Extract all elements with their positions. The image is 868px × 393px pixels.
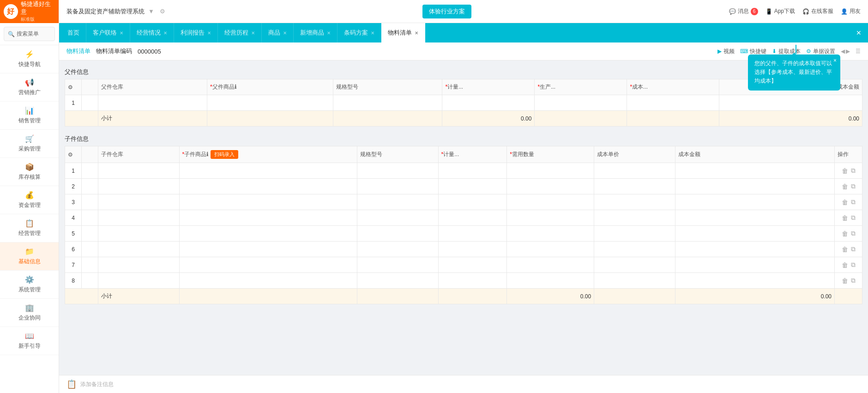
child-cell-warehouse-1[interactable] [98,163,180,179]
copy-icon-1[interactable]: ⧉ [851,167,856,175]
child-cell-qty-1[interactable] [507,163,594,179]
child-cell-spec-6[interactable] [357,242,439,257]
parent-cell-produce[interactable] [535,95,627,111]
copy-icon-8[interactable]: ⧉ [851,277,856,284]
child-cell-spec-4[interactable] [357,210,439,226]
tab-close-4[interactable]: ✕ [251,30,255,36]
tab-close-1[interactable]: ✕ [120,30,123,36]
search-menu-button[interactable]: 🔍 搜索菜单 [4,27,55,41]
sidebar-item-basic-info[interactable]: 📁 基础信息 [0,242,59,271]
user-button[interactable]: 👤 用友 [841,7,861,15]
child-cell-spec-8[interactable] [357,273,439,289]
child-cell-unit-6[interactable] [438,242,507,257]
message-button[interactable]: 💬 消息 6 [729,7,758,15]
child-cell-unit-3[interactable] [438,194,507,210]
child-cell-spec-3[interactable] [357,194,439,210]
child-cell-product-3[interactable] [179,194,357,210]
child-cell-price-8[interactable] [594,273,675,289]
child-cell-unit-1[interactable] [438,163,507,179]
sidebar-item-system[interactable]: ⚙️ 系统管理 [0,271,59,299]
scan-input-button[interactable]: 扫码录入 [211,150,238,159]
nav-tab-8[interactable]: 物料清单✕ [381,23,425,42]
parent-cell-unit[interactable] [442,95,535,111]
sidebar-item-marketing[interactable]: 📢 营销推广 [0,73,59,102]
sidebar-item-guide[interactable]: 📖 新手引导 [0,327,59,355]
child-cell-warehouse-6[interactable] [98,242,180,257]
breadcrumb-parent[interactable]: 物料清单 [66,47,90,55]
child-cell-qty-6[interactable] [507,242,594,257]
single-settings-button[interactable]: ⚙ 单据设置 [806,48,835,55]
child-cell-qty-2[interactable] [507,179,594,194]
child-cell-spec-7[interactable] [357,257,439,273]
nav-tab-3[interactable]: 利润报告✕ [174,23,218,42]
next-button[interactable]: ▶ [846,48,850,54]
sidebar-item-finance[interactable]: 💰 资金管理 [0,186,59,214]
sidebar-item-operations[interactable]: 📋 经营管理 [0,214,59,242]
nav-tab-1[interactable]: 客户联络✕ [86,23,130,42]
child-cell-warehouse-7[interactable] [98,257,180,273]
child-cell-qty-3[interactable] [507,194,594,210]
child-cell-product-2[interactable] [179,179,357,194]
delete-icon-8[interactable]: 🗑 [842,277,848,284]
prev-button[interactable]: ◀ [841,48,845,54]
child-cell-unit-4[interactable] [438,210,507,226]
sidebar-item-inventory[interactable]: 📦 库存核算 [0,158,59,186]
child-cell-product-6[interactable] [179,242,357,257]
child-cell-price-1[interactable] [594,163,675,179]
child-cell-unit-7[interactable] [438,257,507,273]
online-service-button[interactable]: 🎧 在线客服 [802,7,833,15]
tab-close-6[interactable]: ✕ [327,30,331,36]
child-cell-warehouse-5[interactable] [98,226,180,242]
child-cell-spec-2[interactable] [357,179,439,194]
child-cell-product-4[interactable] [179,210,357,226]
child-cell-unit-5[interactable] [438,226,507,242]
tab-close-8[interactable]: ✕ [415,30,418,36]
tab-close-7[interactable]: ✕ [371,30,374,36]
copy-icon-7[interactable]: ⧉ [851,261,856,269]
parent-cell-spec[interactable] [333,95,442,111]
child-cell-qty-7[interactable] [507,257,594,273]
child-cell-product-5[interactable] [179,226,357,242]
nav-tab-5[interactable]: 商品✕ [262,23,294,42]
app-download-button[interactable]: 📱 App下载 [766,7,795,15]
copy-icon-4[interactable]: ⧉ [851,214,856,222]
sidebar-item-sales[interactable]: 📊 销售管理 [0,102,59,130]
parent-col-settings[interactable]: ⚙ [65,79,82,95]
delete-icon-2[interactable]: 🗑 [842,183,848,190]
child-cell-qty-4[interactable] [507,210,594,226]
copy-icon-3[interactable]: ⧉ [851,198,856,206]
child-cell-price-4[interactable] [594,210,675,226]
child-cell-spec-5[interactable] [357,226,439,242]
nav-tab-7[interactable]: 条码方案✕ [338,23,381,42]
child-cell-spec-1[interactable] [357,163,439,179]
child-cell-unit-2[interactable] [438,179,507,194]
tab-close-2[interactable]: ✕ [163,30,167,36]
nav-tab-4[interactable]: 经营历程✕ [218,23,262,42]
parent-cell-warehouse[interactable] [98,95,207,111]
tab-close-3[interactable]: ✕ [207,30,211,36]
global-close-button[interactable]: ✕ [851,29,866,36]
tooltip-close-button[interactable]: × [833,56,837,65]
list-view-button[interactable]: ☰ [856,48,861,54]
delete-icon-7[interactable]: 🗑 [842,261,848,269]
child-cell-qty-8[interactable] [507,273,594,289]
child-cell-qty-5[interactable] [507,226,594,242]
delete-icon-3[interactable]: 🗑 [842,199,848,206]
copy-icon-2[interactable]: ⧉ [851,182,856,190]
tab-close-5[interactable]: ✕ [283,30,287,36]
child-cell-price-5[interactable] [594,226,675,242]
delete-icon-4[interactable]: 🗑 [842,214,848,222]
child-cell-product-1[interactable] [179,163,357,179]
child-cell-unit-8[interactable] [438,273,507,289]
child-cell-product-8[interactable] [179,273,357,289]
view-button[interactable]: ▶ 视频 [717,48,735,55]
nav-tab-2[interactable]: 经营情况✕ [130,23,174,42]
child-cell-warehouse-2[interactable] [98,179,180,194]
child-cell-warehouse-4[interactable] [98,210,180,226]
sidebar-item-enterprise[interactable]: 🏢 企业协同 [0,299,59,327]
child-cell-warehouse-8[interactable] [98,273,180,289]
settings-icon[interactable]: ⚙ [160,8,165,15]
delete-icon-6[interactable]: 🗑 [842,246,848,253]
trial-button[interactable]: 体验行业方案 [422,5,471,18]
child-cell-price-7[interactable] [594,257,675,273]
